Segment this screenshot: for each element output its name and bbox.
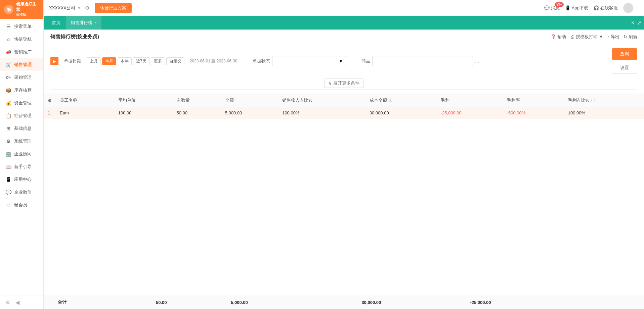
help-button[interactable]: ❓ 帮助 xyxy=(551,34,566,40)
sidebar-item-enterprise[interactable]: 🏢 企业协同 xyxy=(0,148,43,160)
message-button[interactable]: 💬 消息 99+ xyxy=(544,5,560,11)
online-service-button[interactable]: 🎧 在线客服 xyxy=(594,5,618,11)
template-print-button[interactable]: 🖨 按模板打印 ▼ xyxy=(570,34,603,40)
th-settings: ⚙ xyxy=(44,94,56,107)
sidebar-item-wechat[interactable]: 💬 企业微信 xyxy=(0,186,43,199)
marketing-icon: 📣 xyxy=(5,49,11,55)
sidebar-logo: 畅 畅康通好生意 标准版 xyxy=(0,0,43,19)
service-label: 在线客服 xyxy=(600,5,618,11)
refresh-button[interactable]: ↻ 刷新 xyxy=(624,34,637,40)
goods-input[interactable] xyxy=(372,56,473,66)
status-select[interactable]: ▼ xyxy=(272,56,346,66)
status-dropdown-icon: ▼ xyxy=(339,59,343,64)
date-range-display: 2023-06-01 至 2023-06-30 xyxy=(190,58,237,64)
sidebar-menu: ☰ 搜索菜单 ⌂ 快捷导航 📣 营销推广 🛒 销售管理 🛍 采购管理 📦 库存核… xyxy=(0,19,43,296)
cell-total: 5,000.00 xyxy=(221,107,278,119)
sidebar-logo-text: 畅康通好生意 xyxy=(16,2,40,12)
expand-arrow-button[interactable]: ▶ xyxy=(50,57,58,65)
sidebar-item-label: 营销推广 xyxy=(14,49,32,55)
query-button[interactable]: 查询 xyxy=(612,48,637,60)
apps-icon: 📱 xyxy=(5,177,11,182)
trial-button[interactable]: 体验行业方案 xyxy=(95,3,132,13)
expand-conditions-row: ∨ 展开更多条件 xyxy=(50,77,637,90)
sidebar-item-member[interactable]: ◇ 畅会员 xyxy=(0,199,43,211)
sidebar-item-purchase[interactable]: 🛍 采购管理 xyxy=(0,71,43,84)
export-button[interactable]: ↑ 导出 xyxy=(607,34,620,40)
settings-col-icon[interactable]: ⚙ xyxy=(48,98,52,103)
sidebar-item-guide[interactable]: 📖 新手引导 xyxy=(0,160,43,173)
sidebar-item-shortcut[interactable]: ⌂ 快捷导航 xyxy=(0,33,43,46)
sidebar-item-label: 应用中心 xyxy=(14,176,32,183)
system-icon: ⚙ xyxy=(5,139,11,144)
tab-sales-ranking[interactable]: 销售排行榜 × xyxy=(66,16,101,30)
tab-close-icon[interactable]: × xyxy=(94,20,97,25)
export-icon: ↑ xyxy=(607,34,610,39)
sidebar-item-basic[interactable]: ⊞ 基础信息 xyxy=(0,122,43,135)
date-btn-custom[interactable]: 自定义 xyxy=(166,57,184,65)
guide-icon: 📖 xyxy=(5,164,11,169)
footer-sales-pct xyxy=(326,296,358,309)
tab-close-window-icon[interactable]: × xyxy=(631,20,634,26)
sidebar-item-label: 基础信息 xyxy=(14,125,32,132)
dropdown-arrow-icon: ▼ xyxy=(599,34,603,39)
date-btn-more[interactable]: 更多 xyxy=(151,57,165,65)
refresh-label: 刷新 xyxy=(629,34,637,40)
sidebar-item-inventory[interactable]: 📦 库存核算 xyxy=(0,84,43,97)
data-table: ⚙ 员工名称 平均单价 主数量 xyxy=(44,94,644,119)
footer-label: 合计 xyxy=(54,296,120,309)
settings-button[interactable]: 设置 xyxy=(612,62,637,74)
page-header: 销售排行榜(按业务员) ❓ 帮助 🖨 按模板打印 ▼ ↑ 导出 xyxy=(44,30,644,44)
help-icon: ❓ xyxy=(551,34,556,39)
more-options-icon[interactable]: ... xyxy=(475,58,479,64)
settings-icon[interactable]: ⚙ xyxy=(5,299,10,306)
sidebar-item-label: 库存核算 xyxy=(14,87,32,93)
sidebar-item-apps[interactable]: 📱 应用中心 xyxy=(0,173,43,186)
th-gross-rate: 毛利率 xyxy=(503,94,564,107)
inventory-icon: 📦 xyxy=(5,88,11,93)
cell-rank: 1 xyxy=(44,107,56,119)
home-icon: ⌂ xyxy=(5,37,11,42)
app-download-button[interactable]: 📱 App下载 xyxy=(565,5,588,11)
th-avg-price: 平均单价 xyxy=(114,94,173,107)
tab-home[interactable]: 首页 xyxy=(46,16,66,30)
refresh-icon: ↻ xyxy=(624,34,627,39)
collapse-icon[interactable]: ◀ xyxy=(15,299,19,306)
date-btn-this-year[interactable]: 本年 xyxy=(118,57,132,65)
tab-home-label: 首页 xyxy=(52,20,60,26)
sidebar-item-system[interactable]: ⚙ 系统管理 xyxy=(0,135,43,148)
date-btn-this-month[interactable]: 本月 xyxy=(102,57,116,65)
tab-maximize-icon[interactable]: ⤢ xyxy=(637,20,641,26)
expand-conditions-button[interactable]: ∨ 展开更多条件 xyxy=(324,79,364,88)
sidebar-item-operations[interactable]: 📋 经营管理 xyxy=(0,109,43,122)
cell-gross-pct: 100.00% xyxy=(564,107,644,119)
topbar: XXXXXX公司 ▼ ⚙ 体验行业方案 💬 消息 99+ 📱 App下载 🎧 在… xyxy=(44,0,644,16)
company-dropdown-icon: ▼ xyxy=(77,6,81,10)
date-btn-7days[interactable]: 近7天 xyxy=(133,57,149,65)
table-area: ⚙ 员工名称 平均单价 主数量 xyxy=(44,94,644,195)
date-btn-last-month[interactable]: 上月 xyxy=(87,57,101,65)
expand-label: 展开更多条件 xyxy=(333,80,359,86)
status-label: 单据状态 xyxy=(253,58,270,64)
footer-gross-rate xyxy=(581,296,612,309)
footer-row: 合计 50.00 5,000.00 30,000.00 -25,000.00 xyxy=(44,296,644,309)
sidebar-item-marketing[interactable]: 📣 营销推广 xyxy=(0,46,43,58)
cell-cost: 30,000.00 xyxy=(366,107,437,119)
gear-icon[interactable]: ⚙ xyxy=(85,5,89,11)
cell-gross: -25,000.00 xyxy=(437,107,503,119)
th-name: 员工名称 xyxy=(56,94,114,107)
cost-info-icon[interactable]: ⓘ xyxy=(389,98,392,102)
th-quantity: 主数量 xyxy=(173,94,221,107)
gross-pct-info-icon[interactable]: ⓘ xyxy=(591,98,595,102)
company-selector[interactable]: XXXXXX公司 ▼ xyxy=(49,5,81,11)
sidebar-item-sales[interactable]: 🛒 销售管理 xyxy=(0,58,43,71)
cell-name: Eam xyxy=(56,107,114,119)
sidebar-item-search[interactable]: ☰ 搜索菜单 xyxy=(0,20,43,33)
page-actions: ❓ 帮助 🖨 按模板打印 ▼ ↑ 导出 ↻ 刷新 xyxy=(551,34,637,40)
sidebar-item-finance[interactable]: 💰 资金管理 xyxy=(0,97,43,109)
main-area: XXXXXX公司 ▼ ⚙ 体验行业方案 💬 消息 99+ 📱 App下载 🎧 在… xyxy=(44,0,644,309)
topbar-right: 💬 消息 99+ 📱 App下载 🎧 在线客服 xyxy=(544,3,639,13)
purchase-icon: 🛍 xyxy=(5,75,11,80)
sidebar-item-label: 畅会员 xyxy=(14,202,27,208)
print-icon: 🖨 xyxy=(570,34,574,39)
user-avatar[interactable] xyxy=(623,3,633,13)
